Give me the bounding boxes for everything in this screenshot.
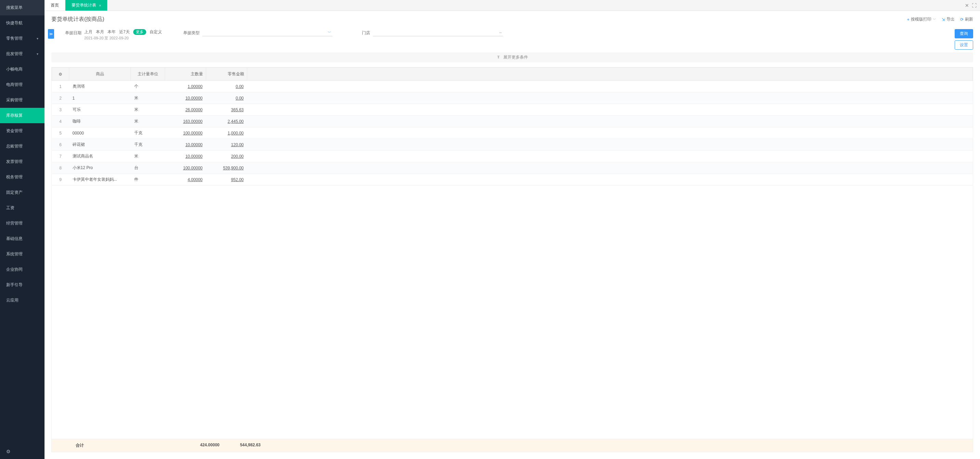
- sidebar-item-quick-nav[interactable]: 快捷导航: [0, 16, 45, 31]
- sidebar-item-system-mgmt[interactable]: 系统管理: [0, 246, 45, 262]
- table-row[interactable]: 1奥润塔个1.000000.00: [52, 81, 973, 92]
- print-action[interactable]: ⌖ 按模版打印 ﹀: [907, 16, 936, 22]
- row-amount[interactable]: 1,000.00: [206, 127, 247, 139]
- row-qty[interactable]: 26.00000: [165, 104, 206, 116]
- date-range-text: 2021-09-20 至 2022-09-20: [84, 36, 162, 41]
- sidebar-item-salary[interactable]: 工资: [0, 200, 45, 216]
- tabs-bar: 首页要货单统计表× ✕ ⛶: [45, 0, 980, 11]
- total-amount: 544,982.63: [223, 443, 264, 448]
- sidebar-item-label: 基础信息: [6, 236, 22, 241]
- row-product: 测试商品名: [69, 151, 131, 162]
- col-unit[interactable]: 主计量单位: [131, 68, 165, 81]
- row-spacer: [247, 139, 973, 151]
- print-label: 按模版打印: [911, 16, 931, 22]
- sidebar-item-business-mgmt[interactable]: 经营管理: [0, 216, 45, 231]
- tab-label: 首页: [51, 2, 59, 8]
- sidebar-item-label: 电商管理: [6, 82, 22, 87]
- row-amount[interactable]: 120.00: [206, 139, 247, 151]
- row-index: 7: [52, 151, 69, 162]
- row-qty[interactable]: 163.00000: [165, 116, 206, 127]
- table-row[interactable]: 9卡伊莫中老年女装妈妈...件4.00000952.00: [52, 174, 973, 186]
- sidebar-item-invoice-mgmt[interactable]: 发票管理: [0, 154, 45, 170]
- col-spacer: [247, 68, 973, 81]
- sidebar-item-purchase-mgmt[interactable]: 采购管理: [0, 92, 45, 108]
- collapse-filter-button[interactable]: ≫: [48, 29, 54, 39]
- tab-fullscreen-icon[interactable]: ⛶: [972, 3, 977, 8]
- row-qty[interactable]: 4.00000: [165, 174, 206, 186]
- row-amount[interactable]: 0.00: [206, 92, 247, 104]
- sidebar-item-tax-mgmt[interactable]: 税务管理: [0, 170, 45, 185]
- table-row[interactable]: 6碎花裙千克10.00000120.00: [52, 139, 973, 151]
- row-unit: 米: [131, 92, 165, 104]
- sidebar-item-newbie-guide[interactable]: 新手引导: [0, 277, 45, 293]
- query-button[interactable]: 查询: [955, 29, 973, 38]
- date-more-badge[interactable]: 更多: [133, 29, 146, 35]
- row-unit: 米: [131, 116, 165, 127]
- row-qty[interactable]: 10.00000: [165, 139, 206, 151]
- row-amount[interactable]: 952.00: [206, 174, 247, 186]
- store-input[interactable]: [373, 29, 503, 36]
- main-panel: 首页要货单统计表× ✕ ⛶ 要货单统计表(按商品) ⌖ 按模版打印 ﹀ ⇲ 导出: [45, 0, 980, 459]
- tab-1[interactable]: 要货单统计表×: [65, 0, 108, 11]
- row-product: 00000: [69, 127, 131, 139]
- filter-date-group: 单据日期 上月 本月 本年 近7天 更多 自定义 2021-09-20 至 20…: [57, 29, 162, 41]
- sidebar-item-cloud-app[interactable]: 云应用: [0, 293, 45, 308]
- sidebar-item-ecommerce-mgmt[interactable]: 电商管理: [0, 77, 45, 92]
- sidebar-item-label: 搜索菜单: [6, 5, 22, 11]
- date-prev-month[interactable]: 上月: [84, 29, 92, 35]
- sidebar: 搜索菜单快捷导航零售管理▾批发管理▾小畅电商电商管理采购管理库存核算资金管理总账…: [0, 0, 45, 459]
- sidebar-item-enterprise-coop[interactable]: 企业协同: [0, 262, 45, 277]
- refresh-action[interactable]: ⟳ 刷新: [960, 16, 973, 22]
- row-qty[interactable]: 100.00000: [165, 162, 206, 174]
- settings-button[interactable]: 设置: [955, 40, 973, 50]
- row-amount[interactable]: 0.00: [206, 81, 247, 92]
- col-settings[interactable]: ⚙: [52, 68, 69, 81]
- row-amount[interactable]: 539,900.00: [206, 162, 247, 174]
- tab-close-all-icon[interactable]: ✕: [965, 3, 969, 8]
- sidebar-item-ecommerce-xc[interactable]: 小畅电商: [0, 62, 45, 77]
- row-amount[interactable]: 365.63: [206, 104, 247, 116]
- date-custom[interactable]: 自定义: [150, 29, 162, 35]
- row-amount[interactable]: 2,445.00: [206, 116, 247, 127]
- date-this-month[interactable]: 本月: [96, 29, 104, 35]
- sidebar-item-label: 零售管理: [6, 36, 22, 41]
- row-product: 奥润塔: [69, 81, 131, 92]
- close-icon[interactable]: ×: [99, 3, 101, 8]
- date-last7[interactable]: 近7天: [119, 29, 130, 35]
- table-row[interactable]: 4咖啡米163.000002,445.00: [52, 116, 973, 127]
- table-row[interactable]: 3可乐米26.00000365.63: [52, 104, 973, 116]
- row-qty[interactable]: 10.00000: [165, 151, 206, 162]
- sidebar-item-label: 快捷导航: [6, 20, 22, 26]
- table-row[interactable]: 8小米12 Pro台100.00000539,900.00: [52, 162, 973, 174]
- sidebar-item-fixed-assets[interactable]: 固定资产: [0, 185, 45, 200]
- row-qty[interactable]: 1.00000: [165, 81, 206, 92]
- filter-actions: 查询 设置: [955, 29, 973, 50]
- col-qty[interactable]: 主数量: [165, 68, 206, 81]
- col-product[interactable]: 商品: [69, 68, 131, 81]
- table-row[interactable]: 7测试商品名米10.00000200.00: [52, 151, 973, 162]
- doctype-input[interactable]: [202, 29, 332, 36]
- row-qty[interactable]: 100.00000: [165, 127, 206, 139]
- sidebar-item-wholesale-mgmt[interactable]: 批发管理▾: [0, 46, 45, 62]
- tab-0[interactable]: 首页: [45, 0, 65, 11]
- sidebar-item-retail-mgmt[interactable]: 零售管理▾: [0, 31, 45, 46]
- sidebar-footer: ⚙: [0, 444, 45, 459]
- table-row[interactable]: 21米10.000000.00: [52, 92, 973, 104]
- sidebar-item-ledger-mgmt[interactable]: 总账管理: [0, 139, 45, 154]
- row-amount[interactable]: 200.00: [206, 151, 247, 162]
- export-action[interactable]: ⇲ 导出: [942, 16, 955, 22]
- double-chevron-down-icon: ⫪: [496, 55, 501, 60]
- table-row[interactable]: 500000千克100.000001,000.00: [52, 127, 973, 139]
- expand-more-conditions[interactable]: ⫪ 展开更多条件: [51, 52, 973, 62]
- sidebar-item-label: 小畅电商: [6, 67, 22, 72]
- chevron-down-icon: ﹀: [933, 17, 936, 22]
- date-this-year[interactable]: 本年: [108, 29, 116, 35]
- row-qty[interactable]: 10.00000: [165, 92, 206, 104]
- gear-icon[interactable]: ⚙: [6, 449, 11, 454]
- page-header: 要货单统计表(按商品) ⌖ 按模版打印 ﹀ ⇲ 导出 ⟳ 刷新: [45, 11, 980, 26]
- col-amount[interactable]: 零售金额: [206, 68, 247, 81]
- sidebar-item-fund-mgmt[interactable]: 资金管理: [0, 123, 45, 139]
- sidebar-item-search-menu[interactable]: 搜索菜单: [0, 0, 45, 16]
- sidebar-item-basic-info[interactable]: 基础信息: [0, 231, 45, 246]
- sidebar-item-inventory-calc[interactable]: 库存核算: [0, 108, 45, 123]
